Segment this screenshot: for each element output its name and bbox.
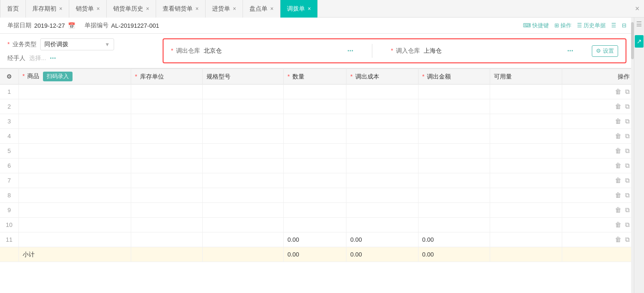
warehouse-out-more-btn[interactable]: ··· [347,47,353,55]
order-number-field: 单据编号 AL-20191227-001 [85,21,159,30]
settings-button[interactable]: ⚙ 设置 [592,45,618,57]
sidebar-list-icon[interactable]: ☰ [636,20,642,28]
copy-icon[interactable]: ⧉ [625,236,630,243]
warehouse-box: * 调出仓库 北京仓 ··· * 调入仓库 上海仓 ··· ⚙ 设置 [163,38,626,63]
close-sales-order[interactable]: × [97,6,100,12]
form-area: * 业务类型 同价调拨 ▼ 经手人 选择... ··· * 调出仓库 [0,34,634,68]
tab-purchase[interactable]: 进货单 × [206,0,243,18]
tab-bar: 首页 库存期初 × 销货单 × 销货单历史 × 查看销货单 × 进货单 × 盘点… [0,0,644,18]
close-inventory-init[interactable]: × [59,6,62,12]
row-number: 1 [0,85,18,99]
copy-icon[interactable]: ⧉ [625,177,630,184]
row-number: 5 [0,144,18,159]
row-number: 2 [0,99,18,114]
business-type-select[interactable]: 同价调拨 ▼ [40,38,114,50]
table-row: 2 🗑 ⧉ [0,99,634,114]
delete-icon[interactable]: 🗑 [615,103,621,110]
tab-sales-history[interactable]: 销货单历史 × [107,0,156,18]
handler-more-btn[interactable]: ··· [50,54,56,62]
col-available: 可用量 [490,69,562,85]
gear-icon: ⚙ [6,73,12,80]
table-row: 10 🗑 ⧉ [0,218,634,232]
copy-icon[interactable]: ⧉ [625,206,630,214]
handler-row: 经手人 选择... ··· [7,54,155,62]
table-row: 6 🗑 ⧉ [0,159,634,173]
grid-icon: ⊞ [554,22,559,29]
delete-icon[interactable]: 🗑 [615,117,621,125]
grid-view-icon: ⊟ [622,22,626,29]
delete-icon[interactable]: 🗑 [615,88,621,95]
copy-icon[interactable]: ⧉ [625,221,630,228]
main-content: 单据日期 2019-12-27 📅 单据编号 AL-20191227-001 ⌨… [0,18,634,293]
row-number: 9 [0,203,18,218]
operations-button[interactable]: ⊞ 操作 [554,22,571,30]
tab-inventory-init[interactable]: 库存期初 × [26,0,69,18]
subtotal-label: 11 [0,232,18,247]
sidebar-export-icon[interactable]: ↗ [635,35,644,48]
history-icon: ☰ [577,22,582,29]
history-button[interactable]: ☰ 历史单据 [577,22,606,30]
col-cost: * 调出成本 [346,69,418,85]
tab-inventory-check[interactable]: 盘点单 × [243,0,280,18]
col-gear[interactable]: ⚙ [0,69,18,85]
delete-icon[interactable]: 🗑 [615,177,621,184]
tab-home[interactable]: 首页 [0,0,26,18]
col-amount: * 调出金额 [418,69,490,85]
tab-sales-order[interactable]: 销货单 × [69,0,107,18]
delete-icon[interactable]: 🗑 [615,147,621,154]
delete-icon[interactable]: 🗑 [615,191,621,199]
row-number: 4 [0,129,18,144]
close-sales-history[interactable]: × [146,6,149,12]
delete-icon[interactable]: 🗑 [615,162,621,169]
copy-icon[interactable]: ⧉ [625,191,630,199]
right-sidebar: ☰ ↗ [634,18,644,293]
row-number: 10 [0,218,18,232]
keyboard-icon: ⌨ [523,22,531,29]
close-view-sales[interactable]: × [195,6,199,12]
table-row: 1 🗑 ⧉ [0,85,634,99]
layout-toggle-grid[interactable]: ⊟ [622,22,626,29]
row-number: 3 [0,114,18,129]
close-transfer[interactable]: × [308,6,311,12]
shortcuts-button[interactable]: ⌨ 快捷键 [523,22,549,30]
scrollbar-track[interactable] [631,18,634,293]
close-purchase[interactable]: × [233,6,236,12]
copy-icon[interactable]: ⧉ [625,132,630,140]
table-row: 9 🗑 ⧉ [0,203,634,218]
scan-input-button[interactable]: 扫码录入 [43,72,73,81]
tab-transfer[interactable]: 调拨单 × [280,0,318,18]
subtotal-row: 小计 0.00 0.00 0.00 [0,247,634,262]
col-spec: 规格型号 [203,69,284,85]
date-field: 单据日期 2019-12-27 📅 [7,21,75,30]
close-inventory-check[interactable]: × [270,6,273,12]
warehouse-in-more-btn[interactable]: ··· [567,47,573,55]
warehouse-in-item: * 调入仓库 上海仓 ··· [391,47,573,55]
copy-icon[interactable]: ⧉ [625,103,630,110]
delete-icon[interactable]: 🗑 [615,221,621,228]
copy-icon[interactable]: ⧉ [625,88,630,95]
table-row: 4 🗑 ⧉ [0,129,634,144]
scrollbar-thumb[interactable] [631,22,634,59]
col-unit: * 库存单位 [131,69,202,85]
toolbar: 单据日期 2019-12-27 📅 单据编号 AL-20191227-001 ⌨… [0,18,634,34]
subtotal-text: 小计 [18,247,131,262]
copy-icon[interactable]: ⧉ [625,147,630,154]
col-product: * 商品 扫码录入 [18,69,131,85]
table-row: 8 🗑 ⧉ [0,188,634,203]
delete-icon[interactable]: 🗑 [615,206,621,214]
layout-toggle-list[interactable]: ☰ [611,22,616,29]
col-qty: * 数量 [284,69,346,85]
delete-icon[interactable]: 🗑 [615,132,621,140]
table-header-row: ⚙ * 商品 扫码录入 * 库存单位 规格型号 * [0,69,634,85]
close-all-tabs[interactable]: × [631,5,644,13]
table-row: 11 0.00 0.00 0.00 🗑 ⧉ [0,232,634,247]
toolbar-right: ⌨ 快捷键 ⊞ 操作 ☰ 历史单据 ☰ ⊟ [523,22,626,30]
copy-icon[interactable]: ⧉ [625,162,630,169]
gear-icon: ⚙ [596,48,601,54]
table-row: 7 🗑 ⧉ [0,173,634,188]
tab-view-sales[interactable]: 查看销货单 × [156,0,206,18]
col-op: 操作 [562,69,633,85]
copy-icon[interactable]: ⧉ [625,117,630,125]
calendar-icon[interactable]: 📅 [68,22,75,29]
delete-icon[interactable]: 🗑 [615,236,621,243]
